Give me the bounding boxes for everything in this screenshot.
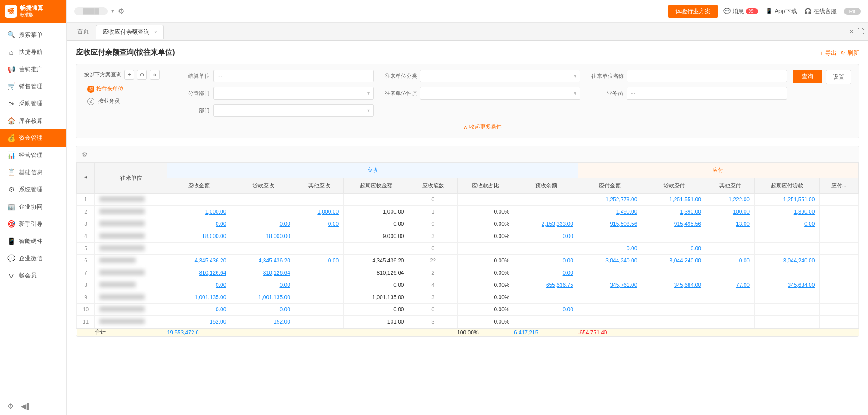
- table-cell[interactable]: 1,390.00: [642, 206, 706, 218]
- table-cell[interactable]: 0.00: [295, 255, 343, 267]
- table-cell[interactable]: [295, 291, 343, 304]
- sidebar-item-enterprise[interactable]: 🏢企业协同: [0, 198, 66, 215]
- sidebar-item-member[interactable]: V畅会员: [0, 267, 66, 284]
- table-cell[interactable]: 0.00: [755, 218, 820, 230]
- table-cell[interactable]: 152.00: [231, 316, 295, 329]
- sidebar-item-marketing[interactable]: 📢营销推广: [0, 61, 66, 78]
- table-cell[interactable]: [755, 304, 820, 316]
- table-cell[interactable]: 0.00: [706, 255, 754, 267]
- table-cell[interactable]: [578, 291, 642, 304]
- field-unitname-input[interactable]: [627, 70, 787, 82]
- table-cell[interactable]: 0.00: [231, 279, 295, 291]
- table-cell[interactable]: [706, 316, 754, 329]
- table-cell[interactable]: 77.00: [706, 279, 754, 291]
- sidebar-item-search[interactable]: 🔍搜索菜单: [0, 26, 66, 43]
- table-cell[interactable]: 810,126.64: [167, 267, 231, 279]
- table-cell[interactable]: [514, 243, 578, 255]
- table-cell[interactable]: [578, 304, 642, 316]
- field-dept-input[interactable]: ▾: [213, 87, 374, 100]
- table-cell[interactable]: [514, 206, 578, 218]
- table-cell[interactable]: 1,490.00: [578, 206, 642, 218]
- table-cell[interactable]: [514, 291, 578, 304]
- table-cell[interactable]: [706, 267, 754, 279]
- table-cell[interactable]: [231, 243, 295, 255]
- table-cell[interactable]: 0.00: [514, 255, 578, 267]
- sidebar-item-hardware[interactable]: 📱智能硬件: [0, 233, 66, 250]
- tab-maximize-icon[interactable]: ⛶: [857, 28, 864, 36]
- table-cell[interactable]: [295, 279, 343, 291]
- sidebar-item-sales[interactable]: 🛒销售管理: [0, 78, 66, 95]
- table-cell[interactable]: [755, 243, 820, 255]
- table-cell[interactable]: 2,153,333.00: [514, 218, 578, 230]
- sidebar-item-operation[interactable]: 📊经营管理: [0, 147, 66, 164]
- table-cell[interactable]: 13.00: [706, 218, 754, 230]
- field-salesman-input[interactable]: ···: [627, 87, 787, 100]
- table-cell[interactable]: [295, 243, 343, 255]
- sidebar-item-inventory[interactable]: 🏠库存核算: [0, 112, 66, 129]
- sidebar-item-base[interactable]: 📋基础信息: [0, 164, 66, 181]
- sidebar-item-guide[interactable]: 🎯新手引导: [0, 215, 66, 233]
- table-cell[interactable]: 345,684.00: [755, 279, 820, 291]
- table-cell[interactable]: 3,044,240.00: [578, 255, 642, 267]
- table-cell[interactable]: [706, 291, 754, 304]
- field-nature-input[interactable]: ▾: [420, 87, 580, 100]
- query-btn[interactable]: 查询: [793, 70, 822, 83]
- tab-arquery[interactable]: 应收应付余额查询 ×: [96, 25, 164, 39]
- table-cell[interactable]: [167, 194, 231, 206]
- table-cell[interactable]: 810,126.64: [231, 267, 295, 279]
- table-cell[interactable]: [295, 194, 343, 206]
- table-cell[interactable]: [706, 304, 754, 316]
- table-cell[interactable]: [578, 316, 642, 329]
- sidebar-item-quicknav[interactable]: ⌂快捷导航: [0, 43, 66, 61]
- table-cell[interactable]: 915,508.56: [578, 218, 642, 230]
- collapse-scheme-btn[interactable]: «: [150, 70, 160, 80]
- table-cell[interactable]: 1,001,135.00: [167, 291, 231, 304]
- table-cell[interactable]: 0.00: [231, 218, 295, 230]
- table-cell[interactable]: [167, 243, 231, 255]
- table-cell[interactable]: 3,044,240.00: [642, 255, 706, 267]
- refresh-btn[interactable]: ↻ 刷新: [840, 49, 859, 57]
- table-cell[interactable]: [231, 206, 295, 218]
- table-cell[interactable]: [295, 304, 343, 316]
- collapse-icon[interactable]: ◀‖: [21, 402, 30, 410]
- table-cell[interactable]: [514, 316, 578, 329]
- setting-btn[interactable]: 设置: [826, 70, 851, 84]
- table-cell[interactable]: 1,001,135.00: [231, 291, 295, 304]
- table-cell[interactable]: 0.00: [578, 243, 642, 255]
- industry-btn[interactable]: 体验行业方案: [668, 5, 718, 18]
- table-cell[interactable]: 0.00: [642, 243, 706, 255]
- table-cell[interactable]: 0.00: [295, 218, 343, 230]
- table-cell[interactable]: 0.00: [514, 230, 578, 243]
- sidebar-item-wechat[interactable]: 💬企业微信: [0, 250, 66, 267]
- table-cell[interactable]: [295, 316, 343, 329]
- app-action[interactable]: 📱 App下载: [765, 7, 797, 15]
- table-cell[interactable]: 0.00: [167, 304, 231, 316]
- table-cell[interactable]: [755, 291, 820, 304]
- table-cell[interactable]: [295, 267, 343, 279]
- table-cell[interactable]: [755, 267, 820, 279]
- table-cell[interactable]: 345,761.00: [578, 279, 642, 291]
- sidebar-item-purchase[interactable]: 🛍采购管理: [0, 95, 66, 112]
- table-cell[interactable]: 0.00: [167, 218, 231, 230]
- table-cell[interactable]: 915,495.56: [642, 218, 706, 230]
- table-cell[interactable]: [642, 267, 706, 279]
- tab-by-unit[interactable]: 财 按往来单位: [87, 84, 160, 94]
- edit-scheme-btn[interactable]: ⊙: [137, 70, 147, 80]
- table-cell[interactable]: 3,044,240.00: [755, 255, 820, 267]
- breadcrumb-down[interactable]: ▾: [111, 8, 114, 14]
- table-cell[interactable]: 0.00: [514, 267, 578, 279]
- field-subdept-input[interactable]: ▾: [213, 104, 374, 117]
- sidebar-item-system[interactable]: ⚙系统管理: [0, 181, 66, 198]
- table-cell[interactable]: 0.00: [167, 279, 231, 291]
- tab-close-window-icon[interactable]: ×: [849, 28, 854, 36]
- table-cell[interactable]: 1,252,773.00: [578, 194, 642, 206]
- table-cell[interactable]: 345,684.00: [642, 279, 706, 291]
- tab-by-staff[interactable]: ⊙ 按业务员: [87, 96, 160, 106]
- table-cell[interactable]: 18,000.00: [231, 230, 295, 243]
- table-cell[interactable]: [578, 230, 642, 243]
- table-cell[interactable]: [755, 316, 820, 329]
- table-cell[interactable]: [295, 230, 343, 243]
- table-cell[interactable]: [642, 230, 706, 243]
- add-scheme-btn[interactable]: +: [124, 70, 134, 80]
- table-cell[interactable]: [755, 230, 820, 243]
